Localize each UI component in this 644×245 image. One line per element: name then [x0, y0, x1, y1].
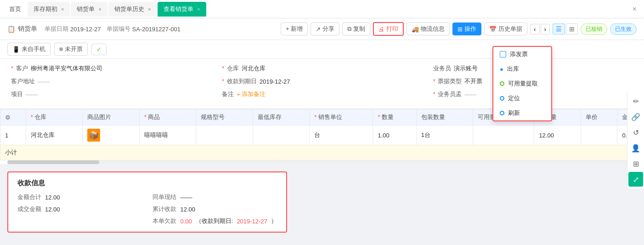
- doc-number-field: 单据编号 SA-20191227-001: [107, 25, 181, 33]
- add-button[interactable]: + 新增: [281, 23, 308, 35]
- print-button[interactable]: 🖨 打印: [373, 22, 404, 36]
- operate-button[interactable]: ⊞ 操作: [452, 23, 481, 35]
- dropdown-available-qty[interactable]: 可用量提取: [493, 76, 551, 91]
- view-grid-button[interactable]: ⊞: [566, 23, 578, 34]
- dropdown-refresh[interactable]: 刷新: [493, 106, 551, 120]
- transaction-amount-label: 成交金额: [17, 205, 41, 213]
- payment-date-value: 2019-12-27: [260, 78, 290, 85]
- copy-icon: ⧉: [347, 25, 351, 33]
- outstanding-note-end: ）: [271, 217, 277, 225]
- cell-sales-unit: 台: [310, 125, 373, 145]
- tab-view-sales-order-close[interactable]: ×: [197, 6, 200, 12]
- customer-value: 柳州粤港平安气体有限公司: [31, 64, 102, 73]
- outstanding-date: 2019-12-27: [237, 218, 267, 225]
- warehouse-value: 河北仓库: [242, 64, 266, 73]
- cumulative-row: 累计收款 12.00: [153, 205, 277, 213]
- sidebar-table-icon[interactable]: ⊞: [628, 156, 643, 171]
- doc-title-text: 销货单: [18, 25, 37, 33]
- address-field: 客户地址 ——: [11, 77, 211, 85]
- check-button[interactable]: ✓: [91, 44, 107, 55]
- operate-label: 操作: [464, 25, 476, 33]
- warehouse-label: 仓库: [227, 65, 239, 72]
- outstanding-detail-row: 本单欠款 0.00 （收款到期日: 2019-12-27 ）: [153, 217, 277, 225]
- share-label: 分享: [322, 25, 334, 33]
- copy-label: 复制: [353, 25, 365, 33]
- toolbar-right: + 新增 ↗ 分享 ⧉ 复制 🖨 打印 🚚 物流信息 ⊞ 操作: [281, 22, 637, 36]
- doc-date-field: 单据日期 2019-12-27: [45, 25, 101, 33]
- customer-field: * 客户 柳州粤港平安气体有限公司: [11, 64, 211, 73]
- nav-next[interactable]: ›: [541, 24, 550, 34]
- nav-arrows: ‹ ›: [530, 24, 550, 34]
- col-min-stock: 最低库存: [253, 109, 309, 125]
- right-sidebar: ✏ 🔗 ↺ 👤 ⊞ ⤢: [627, 92, 644, 188]
- address-value: ——: [38, 78, 50, 85]
- cell-min-stock: [253, 125, 309, 145]
- project-value: ——: [26, 91, 38, 98]
- print-icon: 🖨: [378, 26, 384, 33]
- scrollbar-thumb[interactable]: [7, 160, 99, 164]
- sidebar-fullscreen-icon[interactable]: ⤢: [628, 172, 643, 187]
- dropdown-locate[interactable]: 定位: [493, 91, 551, 106]
- history-icon: 📅: [489, 26, 497, 33]
- tab-sales-order-history[interactable]: 销货单历史 ×: [108, 2, 157, 17]
- add-note-label: 添加备注: [242, 90, 266, 98]
- logistics-label: 物流信息: [421, 25, 445, 33]
- refresh-label: 刷新: [508, 109, 520, 117]
- tab-sales-order-history-label: 销货单历史: [114, 5, 144, 13]
- share-button[interactable]: ↗ 分享: [311, 23, 339, 35]
- tab-inventory-init-close[interactable]: ×: [61, 6, 64, 12]
- from-phone-button[interactable]: 📱 来自手机: [7, 43, 51, 56]
- tab-view-sales-order[interactable]: 查看销货单 ×: [158, 2, 206, 17]
- tab-sales-order-close[interactable]: ×: [98, 6, 101, 12]
- total-amount-label: 金额合计: [17, 193, 41, 201]
- table-row: 1 河北仓库 📦 嘻嘻嘻嘻 台 1.00 1台: [0, 125, 644, 145]
- tab-sales-order-history-close[interactable]: ×: [148, 6, 151, 12]
- cell-current-stock: 12.00: [534, 125, 581, 145]
- window-close-button[interactable]: ×: [629, 3, 640, 15]
- add-invoice-label: 添发票: [510, 50, 528, 58]
- cell-spec: [196, 125, 253, 145]
- doc-number-label: 单据编号: [107, 25, 130, 33]
- horizontal-scrollbar[interactable]: [7, 160, 637, 164]
- dropdown-add-invoice[interactable]: 添发票: [493, 47, 551, 62]
- note-label: 备注: [222, 90, 234, 98]
- add-note-button[interactable]: + 添加备注: [237, 90, 266, 98]
- tab-inventory-init[interactable]: 库存期初 ×: [28, 2, 70, 17]
- tab-inventory-init-label: 库存期初: [34, 5, 57, 13]
- subtotal-cell: 小计: [0, 145, 644, 160]
- dropdown-ship-out[interactable]: ● 出库: [493, 62, 551, 76]
- logistics-button[interactable]: 🚚 物流信息: [407, 23, 450, 35]
- not-open-ticket-button[interactable]: 未开票: [54, 43, 88, 56]
- history-label: 历史单据: [498, 25, 522, 33]
- history-button[interactable]: 📅 历史单据: [484, 23, 527, 35]
- nav-prev[interactable]: ‹: [530, 24, 539, 34]
- gear-icon[interactable]: ⚙: [5, 114, 11, 121]
- col-pkg-qty: 包装数量: [416, 109, 473, 125]
- total-amount-value: 12.00: [45, 194, 60, 201]
- tab-sales-order[interactable]: 销货单 ×: [71, 2, 107, 17]
- locate-label: 定位: [508, 94, 520, 103]
- sidebar-link-icon[interactable]: 🔗: [628, 109, 643, 124]
- doc-date-value: 2019-12-27: [70, 26, 101, 33]
- logistics-icon: 🚚: [412, 26, 419, 33]
- plus-icon: +: [237, 91, 240, 98]
- ticket-type-label: 票据类型: [438, 78, 462, 85]
- col-product: * 商品: [139, 109, 196, 125]
- sidebar-refresh-icon[interactable]: ↺: [628, 125, 643, 140]
- outstanding-value: 0.00: [180, 218, 192, 225]
- add-invoice-icon: [500, 51, 506, 57]
- phone-icon: 📱: [12, 46, 20, 53]
- sidebar-edit-icon[interactable]: ✏: [628, 94, 643, 108]
- cell-warehouse: 河北仓库: [26, 125, 82, 145]
- sidebar-user-icon[interactable]: 👤: [628, 141, 643, 155]
- outstanding-label: 本单欠款: [153, 217, 176, 225]
- add-label: + 新增: [286, 25, 303, 33]
- view-list-button[interactable]: ☰: [553, 23, 565, 34]
- doc-header: 📋 销货单 单据日期 2019-12-27 单据编号 SA-20191227-0…: [0, 18, 644, 40]
- ship-out-icon: ●: [500, 66, 503, 73]
- summary-grid: 金额合计 12.00 同单现结 —— 成交金额 12.00 累计收款 12.00: [17, 193, 277, 225]
- tab-view-sales-order-label: 查看销货单: [164, 5, 193, 13]
- tab-home[interactable]: 首页: [4, 2, 27, 17]
- col-product-img: 商品图片: [83, 109, 139, 125]
- copy-button[interactable]: ⧉ 复制: [342, 23, 370, 35]
